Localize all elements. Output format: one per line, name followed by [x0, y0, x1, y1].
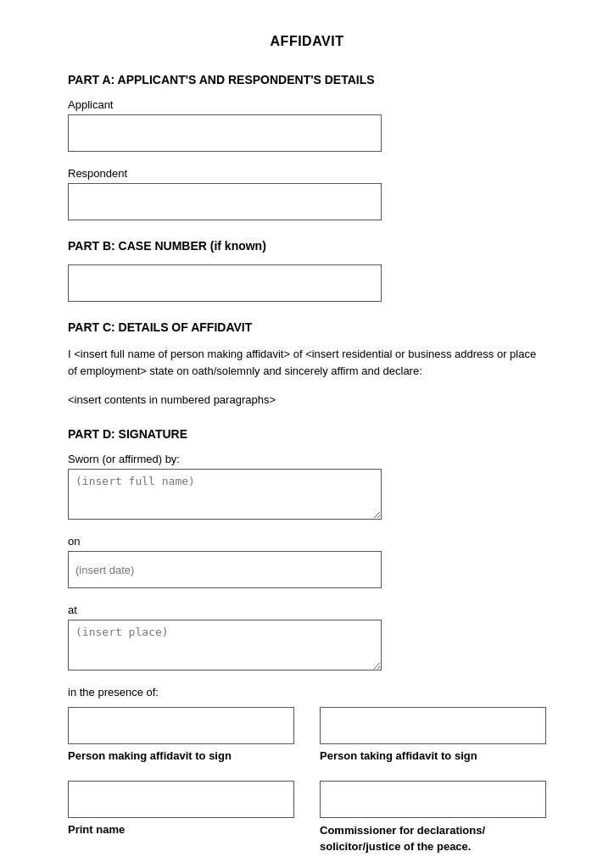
sig-col-2: Person taking affidavit to sign	[320, 707, 546, 774]
at-label: at	[68, 604, 546, 616]
commissioner-label: Commissioner for declarations/ solicitor…	[320, 823, 546, 854]
signature-row-1: Person making affidavit to sign Person t…	[68, 707, 546, 774]
sig-col-1: Person making affidavit to sign	[68, 707, 294, 774]
person-taking-label: Person taking affidavit to sign	[320, 749, 546, 762]
applicant-label: Applicant	[68, 98, 546, 111]
print-name-input[interactable]	[68, 781, 294, 818]
commissioner-sig-input[interactable]	[320, 781, 546, 818]
case-number-input[interactable]	[68, 264, 382, 302]
part-c-body2: <insert contents in numbered paragraphs>	[68, 392, 546, 409]
respondent-label: Respondent	[68, 167, 546, 180]
print-name-label: Print name	[68, 823, 294, 836]
part-b-heading: PART B: CASE NUMBER (if known)	[68, 239, 546, 253]
print-col: Print name	[68, 781, 294, 854]
part-c-section: PART C: DETAILS OF AFFIDAVIT I <insert f…	[68, 320, 546, 409]
applicant-input[interactable]	[68, 114, 382, 152]
sworn-label: Sworn (or affirmed) by:	[68, 453, 546, 465]
date-input[interactable]	[68, 551, 382, 588]
part-c-heading: PART C: DETAILS OF AFFIDAVIT	[68, 320, 546, 334]
part-d-section: PART D: SIGNATURE Sworn (or affirmed) by…	[68, 427, 546, 854]
part-c-body1: I <insert full name of person making aff…	[68, 346, 546, 380]
part-a-heading: PART A: APPLICANT'S AND RESPONDENT'S DET…	[68, 73, 546, 86]
place-input[interactable]	[68, 620, 382, 670]
respondent-input[interactable]	[68, 183, 382, 220]
person-taking-sig-input[interactable]	[320, 707, 546, 744]
sworn-input[interactable]	[68, 469, 382, 520]
part-b-section: PART B: CASE NUMBER (if known)	[68, 239, 546, 302]
commissioner-col: Commissioner for declarations/ solicitor…	[320, 781, 546, 854]
person-making-sig-input[interactable]	[68, 707, 294, 744]
signature-row-2: Print name Commissioner for declarations…	[68, 781, 546, 854]
person-making-label: Person making affidavit to sign	[68, 749, 294, 762]
part-d-heading: PART D: SIGNATURE	[68, 427, 546, 441]
presence-label: in the presence of:	[68, 686, 546, 698]
on-label: on	[68, 535, 546, 548]
page-title: AFFIDAVIT	[68, 34, 546, 49]
part-a-section: PART A: APPLICANT'S AND RESPONDENT'S DET…	[68, 73, 546, 220]
